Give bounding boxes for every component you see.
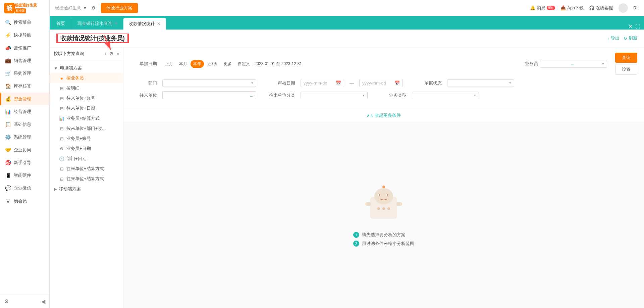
bell-icon: 🔔 bbox=[530, 5, 535, 10]
footer-collapse-icon[interactable]: ◀ bbox=[41, 298, 45, 305]
tab-bank-flow[interactable]: 现金银行流水查询 ✕ bbox=[72, 17, 123, 30]
hint-num-2: 2 bbox=[353, 241, 359, 247]
biz-type-label: 业务类型 bbox=[380, 92, 407, 98]
sidebar-item-wechat[interactable]: 💬 企业微信 bbox=[0, 182, 49, 195]
scheme-icon-unit-settle1: ⊞ bbox=[59, 166, 64, 171]
breadcrumb-dropdown-icon[interactable]: ▾ bbox=[84, 5, 86, 10]
online-service-button[interactable]: 🎧 在线客服 bbox=[589, 5, 613, 11]
scheme-item-by-detail[interactable]: ⊞ 按明细 bbox=[50, 83, 123, 93]
panel-header-icons: + ⚙ « bbox=[104, 51, 119, 56]
filter-row-dept: 部门 ▾ 审核日期 yyyy-mm-dd 📅 — bbox=[130, 79, 637, 87]
dept-select[interactable]: ▾ bbox=[162, 79, 256, 87]
scheme-item-staff-settle[interactable]: 📊 业务员+结算方式 bbox=[50, 113, 123, 123]
date-tab-this-month[interactable]: 本月 bbox=[176, 60, 190, 68]
scheme-item-unit-settle2[interactable]: ⊞ 往来单位+结算方式 bbox=[50, 174, 123, 184]
date-label: 单据日期 bbox=[130, 61, 157, 67]
staff-more-btn[interactable]: ... bbox=[571, 61, 574, 66]
sidebar-item-finance[interactable]: 💰 资金管理 bbox=[0, 93, 49, 105]
sidebar-item-purchase[interactable]: 🛒 采购管理 bbox=[0, 67, 49, 80]
footer-settings-icon[interactable]: ⚙ bbox=[4, 298, 9, 305]
sidebar-item-guide[interactable]: 🎯 新手引导 bbox=[0, 156, 49, 169]
staff-select[interactable]: ... ▾ bbox=[540, 60, 607, 68]
review-date-to[interactable]: yyyy-mm-dd 📅 bbox=[359, 79, 403, 87]
sidebar-item-sales[interactable]: 💼 销售管理 bbox=[0, 54, 49, 67]
window-close-icon[interactable]: ✕ bbox=[628, 23, 633, 30]
hint-item-1: 1 请先选择要分析的方案 bbox=[353, 232, 414, 238]
dept-dropdown-arrow: ▾ bbox=[251, 81, 253, 85]
notification-button[interactable]: 🔔 消息 99+ bbox=[530, 5, 555, 11]
partner-category-label: 往来单位分类 bbox=[268, 92, 295, 98]
data-area: 1 请先选择要分析的方案 2 用过滤条件来缩小分析范围 bbox=[123, 122, 644, 308]
sidebar-item-search[interactable]: 🔍 搜索菜单 bbox=[0, 16, 49, 29]
sidebar-item-hardware[interactable]: 📱 智能硬件 bbox=[0, 169, 49, 182]
mobile-group-arrow: ▶ bbox=[54, 187, 57, 192]
scheme-item-staff-account[interactable]: ⊞ 业务员+账号 bbox=[50, 134, 123, 144]
sidebar-item-member[interactable]: V 畅会员 bbox=[0, 195, 49, 207]
svg-point-12 bbox=[382, 207, 385, 210]
page-actions: ↑ 导出 ↻ 刷新 bbox=[607, 35, 638, 41]
review-date-from[interactable]: yyyy-mm-dd 📅 bbox=[301, 79, 344, 87]
tab-close-receipt-stats[interactable]: ✕ bbox=[157, 21, 160, 26]
sidebar-item-basic[interactable]: 📋 基础信息 bbox=[0, 118, 49, 131]
trial-button[interactable]: 体验行业方案 bbox=[101, 3, 138, 13]
partner-more-btn[interactable]: ... bbox=[250, 93, 253, 98]
add-scheme-button[interactable]: + bbox=[104, 51, 107, 56]
scheme-item-unit-date[interactable]: ⊞ 往来单位+日期 bbox=[50, 103, 123, 113]
partner-select[interactable]: ... bbox=[162, 91, 256, 99]
scheme-icon-staff: ● bbox=[59, 75, 64, 81]
sidebar-item-marketing[interactable]: 📣 营销推广 bbox=[0, 42, 49, 54]
date-tab-more[interactable]: 更多 bbox=[221, 60, 234, 68]
svg-point-13 bbox=[387, 207, 390, 210]
date-tab-custom[interactable]: 自定义 bbox=[235, 60, 253, 68]
biz-type-select[interactable]: ▾ bbox=[412, 92, 479, 99]
left-panel-body: ▼ 电脑端方案 ● 按业务员 ⊞ 按明细 bbox=[50, 60, 123, 308]
system-icon: ⚙️ bbox=[5, 134, 11, 140]
operation-icon: 📊 bbox=[5, 109, 11, 115]
query-button[interactable]: 查询 bbox=[615, 53, 637, 63]
sidebar-item-inventory[interactable]: 🏠 库存核算 bbox=[0, 80, 49, 93]
scheme-icon-unit-date: ⊞ bbox=[59, 106, 64, 111]
page-content: 收款情况统计(按业务员) ↑ 导出 ↻ 刷新 bbox=[50, 30, 644, 308]
scheme-item-by-staff[interactable]: ● 按业务员 bbox=[50, 73, 123, 83]
tab-bar: 首页 现金银行流水查询 ✕ 收款情况统计 ✕ ✕ ⛶ bbox=[50, 16, 644, 30]
scheme-item-unit-settle1[interactable]: ⊞ 往来单位+结算方式 bbox=[50, 164, 123, 174]
date-tab-this-year[interactable]: 本年 bbox=[191, 60, 204, 68]
scheme-group-desktop-header[interactable]: ▼ 电脑端方案 bbox=[50, 63, 123, 73]
collapse-bar[interactable]: ∧∧ 收起更多条件 bbox=[123, 109, 644, 122]
hint-text-1: 请先选择要分析的方案 bbox=[362, 232, 406, 238]
panel-collapse-button[interactable]: « bbox=[116, 51, 119, 56]
scheme-item-unit-dept[interactable]: ⊞ 按来单位+部门+收... bbox=[50, 123, 123, 134]
page-header: 收款情况统计(按业务员) ↑ 导出 ↻ 刷新 bbox=[50, 30, 644, 47]
tab-close-bank-flow[interactable]: ✕ bbox=[114, 21, 118, 26]
tab-home[interactable]: 首页 bbox=[50, 17, 72, 30]
app-download-button[interactable]: 📥 App下载 bbox=[560, 5, 584, 11]
date-tab-last-month[interactable]: 上月 bbox=[162, 60, 176, 68]
date-tab-7days[interactable]: 近7天 bbox=[205, 60, 220, 68]
scheme-icon-unit-dept: ⊞ bbox=[59, 126, 64, 131]
date-filter-value: 上月 本月 本年 近7天 更多 自定义 2023-01-01 至 2023-12… bbox=[162, 60, 513, 68]
svg-rect-10 bbox=[396, 202, 402, 206]
settings-button[interactable]: 设置 bbox=[615, 64, 637, 75]
window-maximize-icon[interactable]: ⛶ bbox=[635, 24, 640, 29]
hardware-icon: 📱 bbox=[5, 172, 11, 178]
sidebar-item-system[interactable]: ⚙️ 系统管理 bbox=[0, 131, 49, 144]
sidebar-item-corp[interactable]: 🤝 企业协同 bbox=[0, 144, 49, 156]
scheme-icon-unit-settle2: ⊞ bbox=[59, 176, 64, 182]
partner-cat-arrow: ▾ bbox=[363, 93, 365, 98]
scheme-item-staff-date[interactable]: ⚙ 业务员+日期 bbox=[50, 144, 123, 154]
scheme-item-dept-date[interactable]: 🕐 部门+日期 bbox=[50, 154, 123, 164]
header-gear-button[interactable]: ⚙ bbox=[89, 3, 98, 13]
export-button[interactable]: ↑ 导出 bbox=[607, 35, 620, 41]
sidebar-item-quicknav[interactable]: ⚡ 快捷导航 bbox=[0, 29, 49, 42]
scheme-group-mobile-header[interactable]: ▶ 移动端方案 bbox=[50, 184, 123, 194]
sidebar-item-operation[interactable]: 📊 经营管理 bbox=[0, 105, 49, 118]
refresh-button[interactable]: ↻ 刷新 bbox=[624, 35, 637, 41]
tab-receipt-stats[interactable]: 收款情况统计 ✕ bbox=[123, 18, 166, 30]
scheme-item-unit-account[interactable]: ⊞ 往来单位+账号 bbox=[50, 93, 123, 103]
user-avatar[interactable] bbox=[619, 3, 628, 13]
partner-category-select[interactable]: ▾ bbox=[301, 92, 368, 99]
scheme-group-desktop: ▼ 电脑端方案 ● 按业务员 ⊞ 按明细 bbox=[50, 63, 123, 184]
doc-status-select[interactable]: ▾ bbox=[447, 79, 514, 87]
scheme-settings-button[interactable]: ⚙ bbox=[109, 51, 114, 56]
date-tabs: 上月 本月 本年 近7天 更多 自定义 bbox=[162, 60, 253, 68]
